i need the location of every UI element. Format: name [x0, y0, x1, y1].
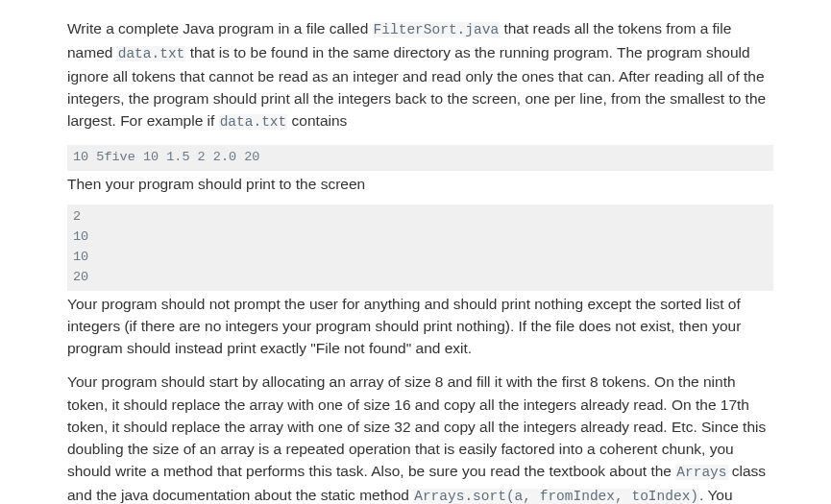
code-filename-data: data.txt: [117, 46, 186, 61]
codeblock-input-example: 10 5five 10 1.5 2 2.0 20: [67, 145, 773, 171]
text: Your program should start by allocating …: [67, 373, 766, 479]
code-filename-data-2: data.txt: [219, 114, 288, 130]
code-filename-filtersort: FilterSort.java: [373, 22, 501, 37]
code-arrays-class: Arrays: [675, 465, 727, 480]
paragraph-intro: Write a complete Java program in a file …: [67, 17, 773, 133]
code-arrays-sort: Arrays.sort(a, fromIndex, toIndex): [413, 489, 699, 504]
codeblock-output-example: 2 10 10 20: [67, 204, 773, 291]
paragraph-requirements: Your program should not prompt the user …: [67, 293, 773, 360]
text: Write a complete Java program in a file …: [67, 20, 373, 36]
paragraph-array-doubling: Your program should start by allocating …: [67, 371, 773, 504]
text-then-print: Then your program should print to the sc…: [67, 173, 773, 195]
text: contains: [287, 112, 347, 129]
